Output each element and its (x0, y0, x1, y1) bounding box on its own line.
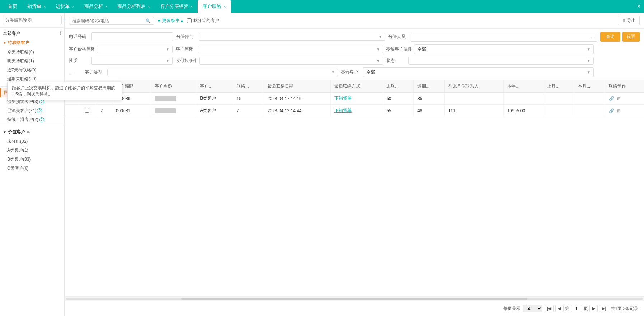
sidebar-search-input[interactable] (3, 16, 62, 24)
nav-purchase-order[interactable]: 进货单 × (51, 0, 79, 13)
filter-row-3: 性质 ▼ 收付款条件 ▼ 状态 ▼ (69, 57, 640, 65)
filter-gender: 性质 ▼ (69, 57, 173, 65)
total-records-label: 共1页 2条记录 (611, 306, 638, 312)
row1-name[interactable] (151, 93, 196, 105)
payment-select[interactable]: ▼ (199, 57, 383, 65)
col-last-contact-method[interactable]: 最后联络方式 (330, 80, 383, 93)
row2-link-action-icon[interactable]: 🔗 (609, 108, 614, 113)
col-action[interactable]: 联络动作 (605, 80, 644, 93)
sidebar-item-unclassified[interactable]: 未分组(32) (0, 137, 64, 146)
row1-unread: 50 (383, 93, 414, 105)
sidebar-item-today-pending[interactable]: 今天待联络(0) (0, 48, 64, 57)
close-customer-tier-icon[interactable]: × (190, 4, 193, 9)
col-overdue[interactable]: 逾期... (414, 80, 445, 93)
value-customers-title[interactable]: ▼ 价值客户 ✏ (0, 127, 64, 137)
my-customers-checkbox[interactable] (187, 18, 192, 23)
horizontal-scrollbar[interactable] (65, 296, 644, 301)
row2-more-action-icon[interactable]: ⊞ (617, 108, 621, 113)
search-icon[interactable]: 🔍 (145, 18, 151, 23)
next-page-button[interactable]: ▶ (589, 305, 598, 312)
col-contact-count[interactable]: 联络... (233, 80, 264, 93)
filter-actions: 查询 设置 (600, 32, 640, 42)
filter-payment: 收付款条件 ▼ (176, 57, 383, 65)
customer-type-select[interactable]: ▼ (107, 69, 338, 76)
retail-customer-select[interactable]: 全部▼ (363, 67, 594, 77)
page-suffix-label: 页 (584, 306, 588, 312)
search-input[interactable] (72, 18, 144, 23)
col-this-year[interactable]: 本年... (504, 80, 543, 93)
export-button[interactable]: ⬆ 导出 (618, 16, 640, 25)
dept-select[interactable]: ▼ (199, 33, 385, 41)
row2-contact-person: 111 (445, 105, 504, 117)
nav-home[interactable]: 首页 (3, 0, 22, 13)
row2-code[interactable]: 000031 (112, 105, 151, 117)
row2-last-contact-date: 2023-04-12 14:44: (264, 105, 330, 117)
col-last-month[interactable]: 上月... (543, 80, 574, 93)
page-number-input[interactable] (571, 305, 582, 312)
customer-level-select[interactable]: ▼ (198, 46, 383, 53)
col-name[interactable]: 客户名称 (151, 80, 196, 93)
row1-last-contact-date: 2023-04-17 14:19: (264, 93, 330, 105)
person-select[interactable]: … (411, 32, 597, 42)
col-unread[interactable]: 未联... (383, 80, 414, 93)
first-page-button[interactable]: |◀ (545, 305, 554, 312)
nav-customer-contact[interactable]: 客户联络 × (198, 0, 231, 13)
churned-info-icon[interactable]: ? (37, 108, 42, 113)
data-table-area: ⚙ 客户编码 客户名称 客户... 联络... 最后联络日期 最后联络方式 未联… (65, 80, 644, 296)
row2-checkbox[interactable] (85, 108, 89, 113)
row1-last-contact-method[interactable]: 下销货单 (330, 93, 383, 105)
settings-button[interactable]: 设置 (622, 32, 640, 42)
per-page-label: 每页显示 (503, 306, 520, 312)
sidebar-item-class-b[interactable]: B类客户(33) (0, 155, 64, 164)
scroll-thumb[interactable] (181, 298, 527, 300)
more-conditions-button[interactable]: ▼ 更多条件 ▲ (157, 18, 184, 24)
sidebar-item-churned[interactable]: 已流失客户(24) ? (0, 106, 64, 115)
all-customers-header: 全部客户 《 (0, 28, 64, 38)
pending-contact-title[interactable]: ▼ 待联络客户 (0, 38, 64, 48)
edit-value-group-icon[interactable]: ✏ (27, 130, 30, 135)
close-product-analysis-list-icon[interactable]: × (148, 4, 150, 9)
nav-customer-tier[interactable]: 客户分层经营 × (155, 0, 198, 13)
sidebar-item-class-a[interactable]: A类客户(1) (0, 146, 64, 155)
sidebar-item-7days-pending[interactable]: 近7天待联络(0) (0, 66, 64, 75)
col-last-contact-date[interactable]: 最后联络日期 (264, 80, 330, 93)
row2-name[interactable] (151, 105, 196, 117)
close-product-analysis-icon[interactable]: × (105, 4, 107, 9)
row2-checkbox-cell (78, 105, 97, 117)
nav-product-analysis-list[interactable]: 商品分析列表 × (112, 0, 155, 13)
nav-sales-order[interactable]: 销货单 × (22, 0, 51, 13)
sidebar-item-declining[interactable]: 持续下滑客户(2) ? (0, 115, 64, 124)
col-customer-type[interactable]: 客户... (196, 80, 233, 93)
row2-last-contact-method[interactable]: 下销货单 (330, 105, 383, 117)
retail-attr-select[interactable]: 全部▼ (414, 44, 594, 54)
col-this-month[interactable]: 本月... (574, 80, 605, 93)
prev-page-button[interactable]: ◀ (555, 305, 564, 312)
gender-select[interactable]: ▼ (91, 57, 173, 65)
per-page-select[interactable]: 50 100 (523, 305, 542, 312)
declining-info-icon[interactable]: ? (39, 117, 44, 122)
last-page-button[interactable]: ▶| (599, 305, 608, 312)
row2-contact-count: 7 (233, 105, 264, 117)
close-purchase-order-icon[interactable]: × (72, 4, 74, 9)
row1-overdue: 35 (414, 93, 445, 105)
price-level-select[interactable]: ▼ (97, 46, 173, 53)
col-contact-person[interactable]: 往来单位联系人 (445, 80, 504, 93)
status-select[interactable]: ▼ (408, 57, 594, 65)
phone-input[interactable] (91, 32, 173, 41)
close-all-tabs-button[interactable]: × (637, 3, 640, 10)
filter-row-4: ... 客户类型 ▼ 零散客户 全部▼ (69, 67, 640, 77)
collapse-sidebar-icon[interactable]: 《 (57, 30, 61, 37)
row1-more-action-icon[interactable]: ⊞ (617, 96, 621, 101)
sidebar-item-tomorrow-pending[interactable]: 明天待联络(1) (0, 57, 64, 66)
row2-this-month (574, 105, 605, 117)
export-icon: ⬆ (622, 18, 626, 23)
more-filters-icon[interactable]: ... (70, 69, 75, 76)
close-customer-contact-icon[interactable]: × (223, 4, 226, 9)
page-label: 第 (565, 306, 569, 312)
sidebar-item-class-c[interactable]: C类客户(6) (0, 164, 64, 173)
row2-action: 🔗 ⊞ (605, 105, 644, 117)
nav-product-analysis[interactable]: 商品分析 × (79, 0, 112, 13)
close-sales-order-icon[interactable]: × (43, 4, 46, 9)
query-button[interactable]: 查询 (600, 32, 620, 42)
row1-link-action-icon[interactable]: 🔗 (609, 96, 614, 101)
